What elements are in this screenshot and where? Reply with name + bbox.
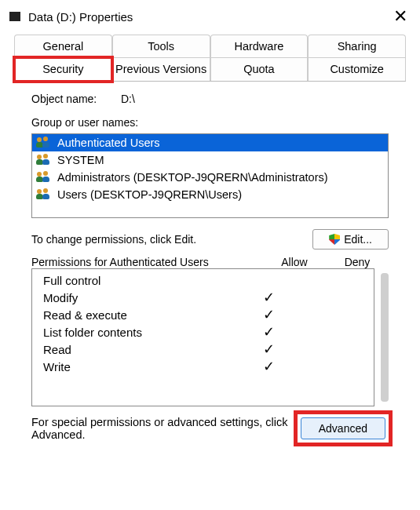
- permission-row: Modify✓: [32, 289, 374, 306]
- scrollbar[interactable]: [381, 273, 389, 402]
- list-item-label: SYSTEM: [57, 154, 104, 166]
- users-icon: [37, 171, 53, 184]
- tab-hardware[interactable]: Hardware: [210, 35, 309, 57]
- tab-sharing[interactable]: Sharing: [308, 35, 406, 57]
- deny-header: Deny: [326, 256, 389, 268]
- advanced-button[interactable]: Advanced: [301, 417, 385, 439]
- tab-general[interactable]: General: [14, 35, 112, 57]
- advanced-highlight: Advanced: [298, 414, 389, 443]
- tab-strip: General Tools Hardware Sharing Security …: [14, 35, 406, 82]
- permission-row: Read✓: [32, 341, 374, 358]
- tab-tools[interactable]: Tools: [112, 35, 210, 57]
- allow-cell: ✓: [237, 325, 300, 339]
- permissions-list: Full controlModify✓Read & execute✓List f…: [31, 268, 374, 406]
- tab-previous-versions[interactable]: Previous Versions: [112, 57, 210, 81]
- advanced-hint: For special permissions or advanced sett…: [31, 416, 290, 441]
- close-icon[interactable]: ✕: [390, 8, 411, 25]
- permission-name: Modify: [43, 291, 237, 304]
- permission-name: Full control: [43, 274, 237, 287]
- users-icon: [37, 137, 53, 149]
- edit-button-label: Edit...: [344, 233, 372, 246]
- allow-cell: ✓: [237, 359, 300, 373]
- edit-hint: To change permissions, click Edit.: [31, 233, 312, 246]
- list-item[interactable]: Authenticated Users: [32, 134, 388, 151]
- user-list[interactable]: Authenticated Users SYSTEM Administrator…: [31, 133, 389, 218]
- users-icon: [37, 188, 53, 201]
- permission-name: Read & execute: [43, 308, 237, 322]
- allow-cell: ✓: [237, 290, 300, 304]
- object-name-row: Object name: D:\: [31, 93, 389, 105]
- drive-icon: [9, 12, 20, 21]
- list-item-label: Authenticated Users: [57, 137, 160, 149]
- allow-cell: ✓: [237, 308, 300, 322]
- permissions-title: Permissions for Authenticated Users: [31, 256, 263, 268]
- tab-panel-security: Object name: D:\ Group or user names: Au…: [14, 82, 406, 449]
- permission-row: Read & execute✓: [32, 306, 374, 323]
- edit-button[interactable]: Edit...: [312, 229, 389, 250]
- list-item-label: Administrators (DESKTOP-J9QRERN\Administ…: [57, 171, 328, 184]
- object-name-label: Object name:: [31, 93, 118, 105]
- advanced-button-label: Advanced: [319, 422, 367, 435]
- window-title: Data (D:) Properties: [28, 10, 133, 24]
- permission-name: Read: [43, 343, 237, 356]
- permission-name: Write: [43, 360, 237, 373]
- users-icon: [37, 154, 53, 166]
- permission-row: Write✓: [32, 358, 374, 375]
- tab-quota[interactable]: Quota: [210, 57, 309, 81]
- shield-icon: [329, 234, 340, 245]
- permission-row: Full control: [32, 272, 374, 289]
- group-label: Group or user names:: [31, 116, 389, 129]
- list-item[interactable]: Administrators (DESKTOP-J9QRERN\Administ…: [32, 169, 388, 186]
- tab-customize[interactable]: Customize: [308, 57, 406, 81]
- allow-header: Allow: [263, 256, 326, 268]
- title-bar: Data (D:) Properties ✕: [0, 0, 420, 30]
- list-item[interactable]: SYSTEM: [32, 151, 388, 169]
- list-item[interactable]: Users (DESKTOP-J9QRERN\Users): [32, 186, 388, 203]
- object-name-value: D:\: [121, 93, 135, 105]
- allow-cell: ✓: [237, 342, 300, 356]
- permission-row: List folder contents✓: [32, 323, 374, 341]
- list-item-label: Users (DESKTOP-J9QRERN\Users): [57, 188, 242, 201]
- tab-security[interactable]: Security: [14, 57, 112, 82]
- permission-name: List folder contents: [43, 326, 237, 339]
